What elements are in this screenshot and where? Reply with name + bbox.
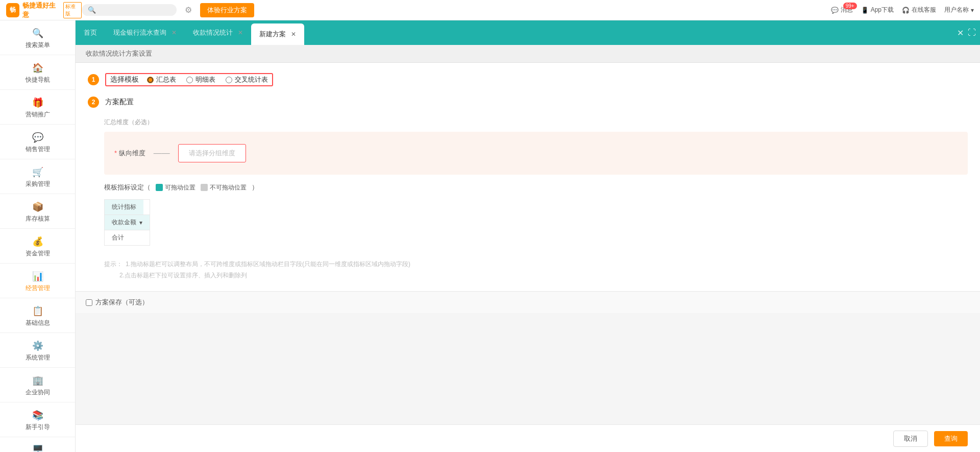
tab-close-all-icon[interactable]: ✕ [957,28,964,38]
dim-section-label: 汇总维度（必选） [104,118,968,127]
dim-select-box[interactable]: 请选择分组维度 [178,144,246,162]
sidebar-item-finance[interactable]: 💰 资金管理 [0,229,75,264]
stats-total-row: 合计 [105,230,150,245]
tab-bar: 首页 现金银行流水查询 ✕ 收款情况统计 ✕ 新建方案 ✕ ✕ ⛶ [76,20,980,45]
card: 1 选择模板 汇总表 明细表 [76,63,980,291]
service-item[interactable]: 🎧 在线客服 [902,6,936,14]
page-content: 收款情况统计方案设置 1 选择模板 汇总表 [76,45,980,424]
step1-num: 1 [88,74,99,85]
step2-row: 2 方案配置 [88,97,968,108]
finance-icon: 💰 [32,236,43,247]
search-input-wrap[interactable]: 🔍 [82,4,177,16]
basic-info-icon: 📋 [32,305,43,317]
sidebar-item-label: 快捷导航 [26,76,50,84]
sidebar-item-guide[interactable]: 📚 新手引导 [0,402,75,437]
tab-new-plan-label: 新建方案 [259,30,286,39]
quick-nav-icon: 🏠 [32,62,43,74]
stats-category-header: 统计指标 [105,200,143,215]
sidebar-item-system[interactable]: ⚙️ 系统管理 [0,333,75,368]
tab-expand-icon[interactable]: ⛶ [968,28,976,37]
sidebar: 🔍 搜索菜单 🏠 快捷导航 🎁 营销推广 💬 销售管理 🛒 采购管理 📦 库存核… [0,20,76,452]
cancel-button[interactable]: 取消 [893,431,928,447]
sidebar-item-label: 资金管理 [26,249,50,258]
download-item[interactable]: 📱 App下载 [861,6,894,14]
hint1-row: 提示： 1.拖动标题栏可以调整布局，不可跨维度或指标区域拖动栏目字段(只能在同一… [104,259,968,270]
search-input[interactable] [99,7,170,14]
tab-new-plan-close[interactable]: ✕ [291,31,296,38]
hint-title: 提示： [104,259,122,270]
dim-select-placeholder: 请选择分组维度 [189,149,235,157]
sidebar-item-enterprise[interactable]: 🏢 企业协同 [0,368,75,402]
tab-new-plan[interactable]: 新建方案 ✕ [251,23,304,45]
inventory-icon: 📦 [32,201,43,212]
dim-box-label: * 纵向维度 [114,149,145,158]
search-bar: 🔍 ⚙ 体验行业方案 [82,3,831,17]
user-item[interactable]: 用户名称 ▾ [944,6,974,14]
sidebar-item-inventory[interactable]: 📦 库存核算 [0,194,75,229]
section-title: 收款情况统计方案设置 [86,50,152,57]
hardware-icon: 🖥️ [32,444,43,452]
tab-bank-flow[interactable]: 现金银行流水查询 ✕ [105,20,185,45]
save-plan-checkbox-label[interactable]: 方案保存（可选） [86,298,149,307]
sidebar-item-label: 营销推广 [26,110,50,119]
enterprise-icon: 🏢 [32,375,43,386]
tab-collection-stats-label: 收款情况统计 [193,28,233,37]
sidebar-item-hardware[interactable]: 🖥️ 智能硬件 [0,437,75,452]
logo-area: 畅 畅捷通好生意 标准版 [6,1,82,19]
fixed-label: 不可拖动位置 [210,183,247,192]
radio-summary[interactable]: 汇总表 [147,75,176,84]
notification-item[interactable]: 💬 消息 99+ [831,6,853,14]
radio-detail-input[interactable] [186,77,193,83]
save-plan-checkbox[interactable] [86,299,92,306]
stats-table: 统计指标 收款金额 ▾ 合计 [104,199,150,246]
stats-body-row: 收款金额 ▾ [105,215,150,230]
movable-indicator [156,184,163,191]
metrics-config-label: 模板指标设定（ 可拖动位置 不可拖动位置 ） [104,183,968,192]
radio-crosstab-input[interactable] [226,77,232,83]
sidebar-item-label: 基础信息 [26,319,50,327]
section-header: 收款情况统计方案设置 [76,45,980,63]
guide-icon: 📚 [32,410,43,421]
radio-summary-label: 汇总表 [156,75,176,84]
dim-arrow: —— [154,149,170,158]
user-name: 用户名称 [944,6,969,14]
sidebar-item-label: 企业协同 [26,388,50,397]
stats-col1-cell[interactable]: 收款金额 ▾ [105,215,150,230]
stats-table-header: 统计指标 [105,200,150,215]
bottom-bar: 取消 查询 [76,424,980,452]
sidebar-item-purchase[interactable]: 🛒 采购管理 [0,159,75,194]
tab-bank-flow-close[interactable]: ✕ [172,29,177,36]
step1-row: 1 选择模板 汇总表 明细表 [88,73,968,86]
operations-icon: 📊 [32,271,43,282]
step1-label: 选择模板 汇总表 明细表 [105,73,273,86]
stats-col1-label: 收款金额 [112,218,136,227]
sidebar-item-search-menu[interactable]: 🔍 搜索菜单 [0,20,75,55]
stats-col1-dropdown-icon[interactable]: ▾ [139,219,142,226]
industry-button[interactable]: 体验行业方案 [200,3,254,17]
top-bar: 畅 畅捷通好生意 标准版 🔍 ⚙ 体验行业方案 💬 消息 99+ 📱 App下载… [0,0,980,20]
search-icon: 🔍 [88,6,96,14]
radio-detail[interactable]: 明细表 [186,75,215,84]
service-label: 在线客服 [912,6,936,14]
tab-collection-stats[interactable]: 收款情况统计 ✕ [185,20,251,45]
radio-summary-input[interactable] [147,77,154,83]
radio-crosstab[interactable]: 交叉统计表 [226,75,268,84]
purchase-icon: 🛒 [32,166,43,178]
movable-label: 可拖动位置 [165,183,195,192]
fixed-badge: 不可拖动位置 [201,183,247,192]
sidebar-item-quick-nav[interactable]: 🏠 快捷导航 [0,55,75,90]
settings-icon[interactable]: ⚙ [185,5,192,15]
hint2-text: 2.点击标题栏下拉可设置排序、插入列和删除列 [119,270,247,281]
tab-collection-stats-close[interactable]: ✕ [238,29,243,36]
step2-label: 方案配置 [105,98,134,107]
radio-group: 汇总表 明细表 交叉统计表 [147,75,268,84]
sales-icon: 💬 [32,132,43,143]
sidebar-item-sales[interactable]: 💬 销售管理 [0,125,75,159]
main-layout: 🔍 搜索菜单 🏠 快捷导航 🎁 营销推广 💬 销售管理 🛒 采购管理 📦 库存核… [0,20,980,452]
tab-home[interactable]: 首页 [76,20,105,45]
radio-crosstab-label: 交叉统计表 [235,75,268,84]
sidebar-item-marketing[interactable]: 🎁 营销推广 [0,90,75,125]
sidebar-item-operations[interactable]: 📊 经营管理 [0,264,75,298]
query-button[interactable]: 查询 [934,431,968,446]
sidebar-item-basic-info[interactable]: 📋 基础信息 [0,298,75,333]
